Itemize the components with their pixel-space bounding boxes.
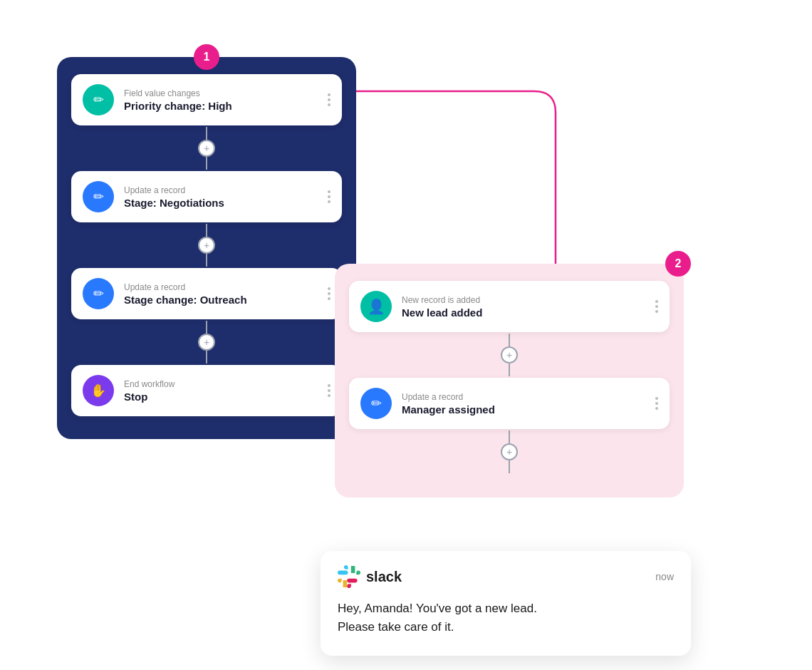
card-icon-purple: ✋ [83, 375, 114, 406]
card-icon-blue-2: ✏ [83, 278, 114, 309]
scene: 1 ✏ Field value changes Priority change:… [57, 43, 769, 656]
card-menu-manager[interactable] [655, 397, 658, 410]
card-icon-teal-2: 👤 [360, 291, 392, 322]
card-menu-outreach[interactable] [328, 287, 330, 300]
workflow-card-field-value[interactable]: ✏ Field value changes Priority change: H… [71, 74, 342, 125]
step-badge-2: 2 [665, 251, 691, 277]
card-icon-blue-1: ✏ [83, 181, 114, 212]
card-menu-negotiations[interactable] [328, 190, 330, 203]
slack-icon [338, 565, 360, 588]
connector-r1: + [501, 334, 518, 376]
slack-header: slack now [338, 565, 674, 588]
connector-r2: + [501, 431, 518, 473]
slack-message: Hey, Amanda! You've got a new lead. Plea… [338, 599, 674, 636]
step-badge-1: 1 [194, 44, 219, 70]
workflow-panel-2: 2 👤 New record is added New lead added +… [335, 264, 684, 498]
workflow-card-new-lead[interactable]: 👤 New record is added New lead added [349, 281, 670, 332]
add-step-2[interactable]: + [198, 237, 215, 254]
card-icon-blue-3: ✏ [360, 388, 392, 419]
slack-time: now [655, 571, 674, 582]
connector-2: + [198, 224, 215, 267]
card-menu-new-lead[interactable] [655, 300, 658, 313]
workflow-card-manager[interactable]: ✏ Update a record Manager assigned [349, 378, 670, 429]
card-label-new-lead: New record is added [402, 295, 645, 305]
card-title-negotiations: Stage: Negotiations [124, 197, 318, 209]
card-menu-stop[interactable] [328, 384, 330, 397]
add-step-r2[interactable]: + [501, 443, 518, 460]
add-step-1[interactable]: + [198, 140, 215, 157]
workflow-card-negotiations[interactable]: ✏ Update a record Stage: Negotiations [71, 171, 342, 222]
card-label-outreach: Update a record [124, 282, 318, 292]
slack-notification-card: slack now Hey, Amanda! You've got a new … [321, 551, 691, 656]
slack-logo: slack [338, 565, 402, 588]
card-label-negotiations: Update a record [124, 185, 318, 195]
card-menu-field[interactable] [328, 93, 330, 106]
add-step-r1[interactable]: + [501, 346, 518, 364]
card-title-manager: Manager assigned [402, 403, 645, 416]
card-title-outreach: Stage change: Outreach [124, 294, 318, 306]
connector-3: + [198, 321, 215, 364]
card-icon-teal: ✏ [83, 84, 114, 115]
card-title-stop: Stop [124, 391, 318, 403]
connector-1: + [198, 127, 215, 170]
workflow-panel-1: 1 ✏ Field value changes Priority change:… [57, 57, 356, 439]
slack-name: slack [366, 569, 402, 585]
workflow-card-outreach[interactable]: ✏ Update a record Stage change: Outreach [71, 268, 342, 319]
workflow-card-stop[interactable]: ✋ End workflow Stop [71, 365, 342, 416]
card-title-new-lead: New lead added [402, 306, 645, 319]
card-title-field: Priority change: High [124, 100, 318, 112]
card-label-manager: Update a record [402, 392, 645, 402]
card-label-stop: End workflow [124, 379, 318, 389]
card-label-field: Field value changes [124, 88, 318, 98]
add-step-3[interactable]: + [198, 334, 215, 351]
